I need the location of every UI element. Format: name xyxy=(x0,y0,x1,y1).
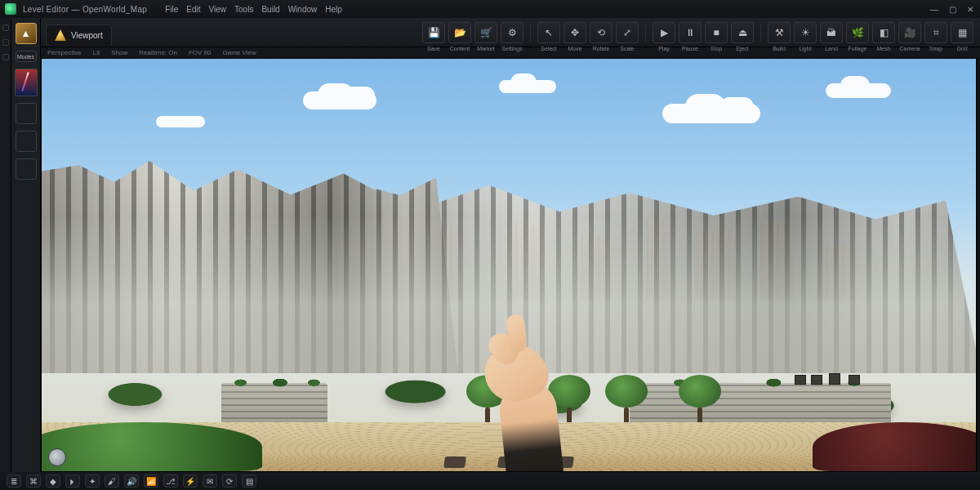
view-lit[interactable]: Lit xyxy=(93,49,100,56)
place-mode-button[interactable]: ▲ xyxy=(16,23,37,44)
modes-tab-label: Modes xyxy=(17,54,34,60)
tool-build-label: Build xyxy=(773,46,786,51)
tool-eject-label: Eject xyxy=(736,46,749,51)
viewport-tab[interactable]: Viewport xyxy=(46,24,112,46)
side-panel: ▲ Modes xyxy=(11,18,41,472)
menu-tools[interactable]: Tools xyxy=(234,5,253,14)
viewport-gizmo-icon[interactable] xyxy=(48,448,66,466)
panel-slot[interactable] xyxy=(16,158,37,180)
tool-grid-button[interactable]: ▦Grid xyxy=(951,22,973,43)
window-controls: — ▢ ✕ xyxy=(929,5,975,14)
tray-paint-button[interactable]: 🖌 xyxy=(105,474,119,488)
panel-slot[interactable] xyxy=(16,103,37,124)
tool-foliage-label: Foliage xyxy=(849,46,867,51)
camera-icon: 🎥 xyxy=(904,28,916,38)
tool-build-button[interactable]: ⚒Build xyxy=(768,22,791,43)
tray-seq-button[interactable]: ⏵ xyxy=(65,474,80,488)
status-right: ✉⟳▤ xyxy=(203,474,256,488)
tool-lighting-button[interactable]: ☀Light xyxy=(794,22,817,43)
view-show[interactable]: Show xyxy=(111,49,127,56)
place-mode-icon: ▲ xyxy=(21,28,31,39)
tool-play-button[interactable]: ▶Play xyxy=(653,22,675,43)
view-perspective[interactable]: Perspective xyxy=(47,49,82,56)
view-fov[interactable]: FOV 90 xyxy=(189,49,212,56)
tray-audio-button[interactable]: 🔊 xyxy=(124,474,139,488)
tool-landscape-button[interactable]: 🏔Land xyxy=(820,22,843,43)
tool-pause-label: Pause xyxy=(682,46,698,51)
status-progress-button[interactable]: ⟳ xyxy=(222,474,237,488)
tool-scale-button[interactable]: ⤢Scale xyxy=(616,22,639,43)
rail-slot[interactable] xyxy=(2,39,9,46)
status-output-button[interactable]: ≣ xyxy=(7,474,21,488)
tool-play-label: Play xyxy=(658,46,670,51)
status-drawer-button[interactable]: ▤ xyxy=(242,474,256,488)
tool-scale-label: Scale xyxy=(620,46,635,51)
panel-slot[interactable] xyxy=(16,131,37,152)
toolbar-tools: 💾Save📂Content🛒Market⚙Settings↖Select✥Mov… xyxy=(416,18,980,47)
stop-icon: ■ xyxy=(713,28,719,38)
view-realtime[interactable]: Realtime: On xyxy=(139,49,177,56)
tool-camera-button[interactable]: 🎥Camera xyxy=(898,22,921,43)
snap-icon: ⌗ xyxy=(933,28,939,38)
modes-tab[interactable]: Modes xyxy=(16,51,37,62)
tool-eject-button[interactable]: ⏏Eject xyxy=(731,22,754,43)
tool-rotate-button[interactable]: ⟲Rotate xyxy=(590,22,612,43)
menu-file[interactable]: File xyxy=(165,5,178,14)
tray-net-button[interactable]: 📶 xyxy=(144,474,158,488)
view-gameview[interactable]: Game View xyxy=(223,49,256,56)
rail-slot[interactable] xyxy=(2,54,9,60)
net-icon: 📶 xyxy=(146,477,156,486)
player-hand xyxy=(438,283,593,472)
tool-save-button[interactable]: 💾Save xyxy=(422,22,445,43)
menu-build[interactable]: Build xyxy=(261,5,279,14)
menu-help[interactable]: Help xyxy=(325,5,342,14)
tool-stop-button[interactable]: ■Stop xyxy=(705,22,728,43)
asset-thumbnail[interactable] xyxy=(15,69,38,96)
vcs-icon: ⎇ xyxy=(166,477,176,486)
menu-edit[interactable]: Edit xyxy=(186,5,200,14)
tool-lighting-label: Light xyxy=(799,46,811,51)
cmd-icon: ⌘ xyxy=(29,477,38,486)
select-icon: ↖ xyxy=(545,28,553,38)
content-icon: 📂 xyxy=(454,28,466,38)
tool-settings-button[interactable]: ⚙Settings xyxy=(501,22,523,43)
menu-view[interactable]: View xyxy=(209,5,227,14)
tool-mesh-button[interactable]: ◧Mesh xyxy=(872,22,895,43)
tool-content-button[interactable]: 📂Content xyxy=(448,22,471,43)
tray-vcs-button[interactable]: ⎇ xyxy=(163,474,178,488)
close-button[interactable]: ✕ xyxy=(965,5,975,14)
perf-icon: ⚡ xyxy=(185,477,195,486)
tool-snap-button[interactable]: ⌗Snap xyxy=(924,22,947,43)
tool-save-label: Save xyxy=(427,46,440,51)
status-cmd-button[interactable]: ⌘ xyxy=(26,474,41,488)
status-left: ≣⌘ xyxy=(7,474,41,488)
tool-content-label: Content xyxy=(450,46,470,51)
save-icon: 💾 xyxy=(428,28,440,38)
msgs-icon: ✉ xyxy=(207,477,213,486)
tool-pause-button[interactable]: ⏸Pause xyxy=(679,22,702,43)
tool-mesh-label: Mesh xyxy=(876,46,890,51)
tool-select-button[interactable]: ↖Select xyxy=(537,22,560,43)
tool-marketplace-button[interactable]: 🛒Market xyxy=(474,22,497,43)
rail-slot[interactable] xyxy=(2,24,9,31)
status-msgs-button[interactable]: ✉ xyxy=(203,474,217,488)
title-bar: Level Editor — OpenWorld_Map File Edit V… xyxy=(0,0,980,18)
maximize-button[interactable]: ▢ xyxy=(947,5,957,14)
minimize-button[interactable]: — xyxy=(929,5,939,14)
tray-fx-button[interactable]: ✦ xyxy=(85,474,100,488)
output-icon: ≣ xyxy=(11,477,17,486)
activity-rail xyxy=(0,18,11,472)
marketplace-icon: 🛒 xyxy=(480,28,492,38)
paint-icon: 🖌 xyxy=(108,477,116,486)
tray-perf-button[interactable]: ⚡ xyxy=(183,474,198,488)
window-title: Level Editor — OpenWorld_Map xyxy=(23,5,147,14)
tool-foliage-button[interactable]: 🌿Foliage xyxy=(846,22,869,43)
scale-icon: ⤢ xyxy=(623,28,631,38)
main-area: Viewport 💾Save📂Content🛒Market⚙Settings↖S… xyxy=(41,18,980,472)
level-viewport[interactable] xyxy=(41,59,977,472)
menu-window[interactable]: Window xyxy=(288,5,318,14)
status-tray: ◆⏵✦🖌🔊📶⎇⚡ xyxy=(46,474,198,488)
tray-bp-button[interactable]: ◆ xyxy=(46,474,60,488)
scene-render xyxy=(42,59,976,471)
tool-translate-button[interactable]: ✥Move xyxy=(564,22,586,43)
